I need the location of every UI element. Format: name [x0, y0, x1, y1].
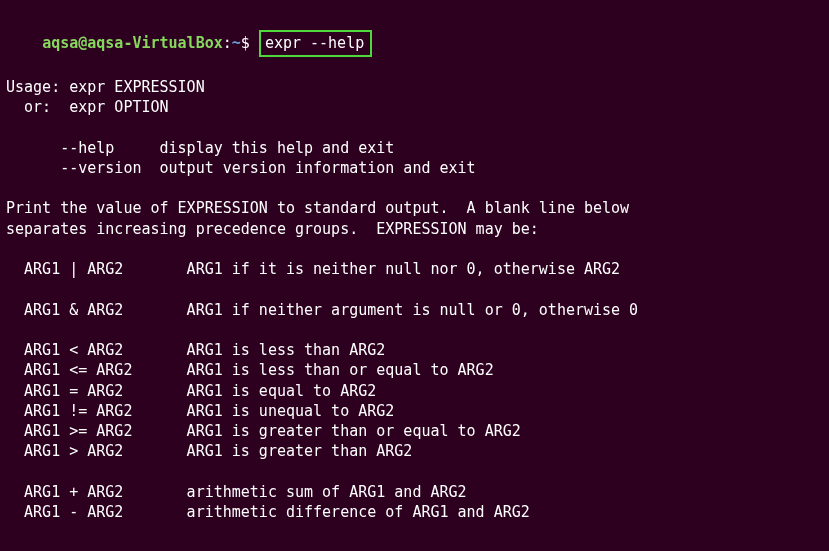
output-line: ARG1 - ARG2 arithmetic difference of ARG… — [6, 502, 823, 522]
output-blank — [6, 320, 823, 340]
terminal-window[interactable]: aqsa@aqsa-VirtualBox:~$ expr --help Usag… — [6, 10, 823, 522]
output-line: ARG1 != ARG2 ARG1 is unequal to ARG2 — [6, 401, 823, 421]
output-line: ARG1 > ARG2 ARG1 is greater than ARG2 — [6, 441, 823, 461]
prompt-symbol: $ — [241, 34, 250, 52]
prompt-line: aqsa@aqsa-VirtualBox:~$ expr --help — [6, 10, 823, 77]
command-text: expr --help — [265, 34, 364, 52]
prompt-path: ~ — [232, 34, 241, 52]
command-highlight-box: expr --help — [259, 30, 372, 56]
output-line: ARG1 >= ARG2 ARG1 is greater than or equ… — [6, 421, 823, 441]
output-blank — [6, 462, 823, 482]
output-line: --help display this help and exit — [6, 138, 823, 158]
output-line: or: expr OPTION — [6, 97, 823, 117]
output-blank — [6, 239, 823, 259]
output-line: ARG1 & ARG2 ARG1 if neither argument is … — [6, 300, 823, 320]
output-line: ARG1 | ARG2 ARG1 if it is neither null n… — [6, 259, 823, 279]
prompt-colon: : — [223, 34, 232, 52]
output-line: --version output version information and… — [6, 158, 823, 178]
output-blank — [6, 279, 823, 299]
user-host: aqsa@aqsa-VirtualBox — [42, 34, 223, 52]
output-blank — [6, 178, 823, 198]
output-line: ARG1 < ARG2 ARG1 is less than ARG2 — [6, 340, 823, 360]
output-line: separates increasing precedence groups. … — [6, 219, 823, 239]
output-line: Print the value of EXPRESSION to standar… — [6, 198, 823, 218]
output-line: ARG1 <= ARG2 ARG1 is less than or equal … — [6, 360, 823, 380]
output-line: ARG1 = ARG2 ARG1 is equal to ARG2 — [6, 381, 823, 401]
output-line: Usage: expr EXPRESSION — [6, 77, 823, 97]
output-line: ARG1 + ARG2 arithmetic sum of ARG1 and A… — [6, 482, 823, 502]
output-blank — [6, 117, 823, 137]
